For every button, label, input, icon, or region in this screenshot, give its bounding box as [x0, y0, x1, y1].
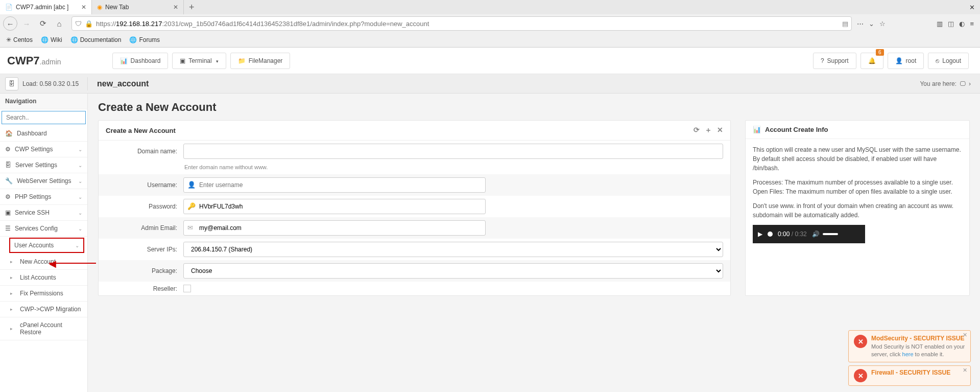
bookmark-wiki[interactable]: 🌐Wiki	[38, 35, 65, 44]
email-input[interactable]	[183, 220, 486, 236]
logout-icon: ⎋	[936, 57, 939, 64]
sidebar-item-dashboard[interactable]: 🏠Dashboard	[0, 126, 87, 142]
browser-tab-strip: 📄 CWP7.admin [abc ] ✕ ◉ New Tab ✕ + ✕	[0, 0, 980, 14]
serverips-label: Server IPs:	[106, 246, 177, 253]
audio-player[interactable]: ▶ 0:00 / 0:32 🔊	[753, 225, 865, 243]
tab-close-icon[interactable]: ✕	[173, 4, 178, 11]
browser-tab-newtab[interactable]: ◉ New Tab ✕	[92, 0, 184, 14]
chevron-down-icon: ⌄	[78, 194, 82, 200]
bookmark-documentation[interactable]: 🌐Documentation	[67, 35, 125, 44]
nav-reload-button[interactable]: ⟳	[36, 16, 50, 31]
toast-close-icon[interactable]: ✕	[963, 367, 967, 374]
sidebar-item-user-accounts[interactable]: User Accounts⌄	[9, 238, 84, 253]
user-icon: 👤	[895, 57, 903, 64]
chart-icon: 📊	[753, 126, 761, 133]
sliders-icon: ☰	[5, 225, 11, 232]
wrench-icon: 🔧	[5, 177, 13, 185]
chevron-down-icon	[215, 57, 219, 64]
sidebar-item-webserver-settings[interactable]: 🔧WebServer Settings⌄	[0, 173, 87, 189]
database-icon: 🗄	[5, 77, 18, 90]
sidebar: Navigation 🏠Dashboard ⚙CWP Settings⌄ 🗄Se…	[0, 94, 88, 392]
shield-icon[interactable]: 🛡	[75, 20, 82, 28]
key-icon: 🔑	[187, 202, 196, 210]
monitor-icon[interactable]: 🖵	[960, 80, 966, 87]
new-tab-button[interactable]: +	[184, 2, 200, 13]
play-icon[interactable]: ▶	[758, 230, 762, 238]
sidebar-item-service-ssh[interactable]: ▣Service SSH⌄	[0, 205, 87, 221]
bookmark-icon: ✳	[6, 36, 11, 43]
sidebar-item-server-settings[interactable]: 🗄Server Settings⌄	[0, 157, 87, 173]
package-select[interactable]: Choose	[183, 263, 723, 279]
dashboard-button[interactable]: 📊Dashboard	[112, 53, 169, 69]
bookmark-forums[interactable]: 🌐Forums	[126, 35, 163, 44]
password-label: Password:	[106, 203, 177, 210]
nav-back-button[interactable]: ←	[3, 16, 17, 31]
sidebar-item-cwp-settings[interactable]: ⚙CWP Settings⌄	[0, 142, 87, 157]
sidebar-item-services-config[interactable]: ☰Services Config⌄	[0, 221, 87, 237]
panel-close-icon[interactable]: ✕	[717, 126, 723, 135]
audio-progress-handle[interactable]	[768, 232, 773, 237]
help-icon: ?	[821, 57, 824, 64]
filemanager-button[interactable]: 📁FileManager	[230, 53, 291, 69]
notifications-button[interactable]: 🔔 6	[861, 53, 883, 69]
toast-link[interactable]: here	[902, 351, 914, 357]
email-label: Admin Email:	[106, 224, 177, 232]
panel-refresh-icon[interactable]: ⟳	[694, 126, 700, 135]
nav-home-button[interactable]: ⌂	[52, 16, 66, 31]
chevron-down-icon: ⌄	[78, 210, 82, 216]
reseller-checkbox[interactable]	[183, 285, 191, 292]
lock-icon[interactable]: 🔒	[85, 20, 93, 28]
panel-expand-icon[interactable]: ＋	[705, 126, 712, 135]
browser-tab-active[interactable]: 📄 CWP7.admin [abc ] ✕	[0, 0, 92, 14]
infobar: 🗄 Load: 0.58 0.32 0.15 new_account You a…	[0, 74, 980, 94]
account-info-panel: 📊 Account Create Info This option will c…	[745, 120, 970, 296]
sidebar-item-php-settings[interactable]: ⚙PHP Settings⌄	[0, 189, 87, 205]
reseller-label: Reseller:	[106, 285, 177, 292]
profile-icon[interactable]: ◐	[959, 20, 965, 28]
tab-close-icon[interactable]: ✕	[81, 4, 86, 11]
browser-chrome: 📄 CWP7.admin [abc ] ✕ ◉ New Tab ✕ + ✕ ← …	[0, 0, 980, 48]
sidebar-item-cwp-migration[interactable]: CWP->CWP Migration	[0, 302, 87, 317]
chevron-down-icon: ⌄	[78, 178, 82, 184]
url-actions: ⋯ ⌄ ☆ ▥ ◫ ◐ ≡	[857, 20, 977, 28]
sidebar-search-input[interactable]	[2, 111, 86, 124]
support-button[interactable]: ?Support	[813, 53, 856, 69]
sidebar-item-list-accounts[interactable]: List Accounts	[0, 270, 87, 286]
nav-forward-button[interactable]: →	[19, 16, 34, 31]
toast-close-icon[interactable]: ✕	[963, 332, 967, 338]
window-close-icon[interactable]: ✕	[964, 4, 980, 11]
sidebar-icon[interactable]: ◫	[948, 20, 954, 28]
volume-icon[interactable]: 🔊	[812, 230, 820, 238]
info-text: Don't use www. in front of your domain w…	[753, 201, 962, 220]
reader-mode-icon[interactable]: ▤	[842, 20, 848, 28]
chevron-down-icon: ⌄	[75, 243, 79, 248]
sidebar-item-new-account[interactable]: New Account	[0, 254, 87, 270]
terminal-icon: ▣	[180, 57, 185, 64]
info-text: By default shell access should be disabl…	[753, 155, 937, 172]
serverips-select[interactable]: 206.84.150.7 (Shared)	[183, 242, 723, 257]
terminal-button[interactable]: ▣Terminal	[172, 53, 226, 69]
envelope-icon: ✉	[187, 224, 193, 232]
username-input[interactable]	[183, 177, 486, 193]
bookmark-star-icon[interactable]: ☆	[879, 20, 886, 28]
password-input[interactable]	[183, 199, 486, 214]
volume-slider[interactable]	[823, 233, 838, 235]
sidebar-item-cpanel-restore[interactable]: cPanel Account Restore	[0, 317, 87, 340]
app-root: CWP7.admin 📊Dashboard ▣Terminal 📁FileMan…	[0, 48, 980, 392]
app-menu-icon[interactable]: ≡	[970, 20, 974, 28]
url-input[interactable]: 🛡 🔒 https://192.168.18.217:2031/cwp_1b50…	[71, 16, 852, 31]
domain-input[interactable]	[183, 144, 723, 159]
bookmark-centos[interactable]: ✳Centos	[3, 35, 36, 44]
toast-firewall: ✕ ✕ Firewall - SECURITY ISSUE	[848, 365, 971, 386]
sidebar-item-fix-permissions[interactable]: Fix Permissions	[0, 286, 87, 302]
logout-button[interactable]: ⎋Logout	[928, 53, 969, 69]
user-button[interactable]: 👤root	[888, 53, 924, 69]
chevron-down-icon: ⌄	[78, 163, 82, 168]
overflow-menu-icon[interactable]: ⋯	[857, 20, 864, 28]
main-content: Create a New Account Create a New Accoun…	[88, 94, 980, 392]
breadcrumb: new_account You are here: 🖵 ›	[88, 79, 980, 88]
library-icon[interactable]: ▥	[937, 20, 943, 28]
toast-modsecurity: ✕ ✕ ModSecurity - SECURITY ISSUE Mod Sec…	[848, 330, 971, 362]
package-label: Package:	[106, 267, 177, 274]
pocket-icon[interactable]: ⌄	[869, 20, 874, 28]
